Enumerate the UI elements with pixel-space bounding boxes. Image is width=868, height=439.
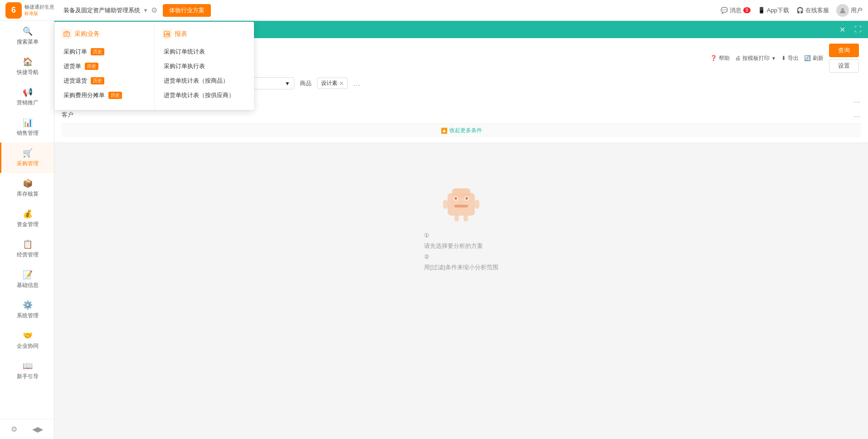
sidebar-item-finance[interactable]: 💰 资金管理	[0, 203, 54, 234]
sidebar: 🔍 搜索菜单 🏠 快捷导航 📢 营销推广 📊 销售管理 🛒 采购管理 📦 库存核…	[0, 21, 54, 439]
dropdown-report-title: 报表	[162, 29, 247, 39]
report-col-icon	[162, 29, 172, 39]
logo-icon: 6	[5, 2, 22, 19]
sidebar-item-cooperation[interactable]: 🤝 企业协同	[0, 325, 54, 355]
empty-state: ① 请先选择要分析的方案 ② 用[过滤]条件来缩小分析范围	[54, 143, 868, 309]
help-icon: ❓	[710, 55, 717, 61]
dropdown-item-purchase-receipt[interactable]: 进货单 历史	[62, 59, 147, 74]
phone-icon: 📱	[758, 7, 765, 14]
sidebar-settings-btn[interactable]: ⚙	[9, 423, 19, 435]
purchase-icon: 🛒	[23, 148, 33, 158]
staff-more-btn[interactable]: …	[853, 96, 861, 104]
dropdown-item-purchase-expense[interactable]: 采购费用分摊单 历史	[62, 88, 147, 103]
svg-rect-9	[475, 200, 479, 209]
operations-icon: 📋	[23, 239, 33, 249]
refresh-icon: 🔄	[804, 55, 811, 61]
sidebar-item-guide[interactable]: 📖 新手引导	[0, 355, 54, 386]
sidebar-collapse-btn[interactable]: ◀▶	[30, 423, 45, 435]
print-btn[interactable]: 🖨 按模板打印 ▼	[735, 54, 776, 62]
export-icon: ⬇	[781, 55, 786, 61]
logo-area: 6 畅捷通好生意 标准版	[5, 2, 60, 19]
logo-text: 畅捷通好生意 标准版	[24, 4, 54, 16]
search-icon: 🔍	[23, 26, 33, 36]
chevron-up-icon: 🔼	[441, 128, 448, 134]
history-badge-0: 历史	[91, 48, 104, 55]
tab-bar-right: ✕ ⛶	[837, 25, 864, 35]
home-icon: 🏠	[23, 57, 33, 67]
query-btns: 查询 设置	[829, 44, 859, 73]
settings-icon[interactable]: ⚙	[151, 6, 157, 15]
history-badge-2: 历史	[91, 77, 104, 84]
sidebar-item-purchase[interactable]: 🛒 采购管理	[0, 143, 54, 173]
dropdown-report-col: 报表 采购订单统计表 采购订单执行表 进货单统计表（按商品） 进货单统计表（按供…	[154, 22, 254, 110]
help-btn[interactable]: ❓ 帮助	[710, 54, 730, 62]
purchase-dropdown-menu: 采购业务 采购订单 历史 进货单 历史 进货退货 历史 采购费用分摊单 历史	[54, 21, 254, 110]
user-btn[interactable]: 用户	[836, 4, 863, 17]
dropdown-item-report-receipt-product[interactable]: 进货单统计表（按商品）	[162, 74, 247, 88]
filter-row-3: 客户 …	[62, 111, 861, 119]
dropdown-item-report-order-stats[interactable]: 采购订单统计表	[162, 44, 247, 59]
basic-info-icon: 📝	[23, 270, 33, 280]
dropdown-purchase-col: 采购业务 采购订单 历史 进货单 历史 进货退货 历史 采购费用分摊单 历史	[54, 22, 154, 110]
svg-rect-8	[443, 200, 448, 209]
svg-rect-12	[64, 32, 69, 36]
sidebar-item-marketing[interactable]: 📢 营销推广	[0, 82, 54, 112]
avatar	[836, 4, 849, 17]
status-dropdown-icon: ▼	[285, 80, 290, 87]
message-icon: 💬	[721, 7, 728, 14]
sidebar-item-quick-nav[interactable]: 🏠 快捷导航	[0, 51, 54, 82]
history-badge-1: 历史	[85, 63, 98, 70]
online-service-btn[interactable]: 🎧 在线客服	[796, 6, 829, 15]
query-btn[interactable]: 查询	[829, 44, 859, 57]
svg-rect-11	[463, 215, 468, 222]
sidebar-item-operations[interactable]: 📋 经营管理	[0, 234, 54, 264]
dropdown-item-purchase-return[interactable]: 进货退货 历史	[62, 74, 147, 88]
svg-rect-10	[454, 215, 459, 222]
system-title: 装备及固定资产辅助管理系统 ▼ ⚙	[63, 6, 157, 15]
svg-point-5	[454, 197, 457, 200]
sidebar-bottom: ⚙ ◀▶	[0, 419, 54, 439]
empty-illustration	[439, 179, 484, 225]
empty-text: ① 请先选择要分析的方案 ② 用[过滤]条件来缩小分析范围	[424, 230, 498, 273]
collapse-bar[interactable]: 🔼 收起更多条件	[62, 123, 861, 137]
app-download-btn[interactable]: 📱 App下载	[758, 6, 789, 15]
sidebar-item-inventory[interactable]: 📦 库存核算	[0, 173, 54, 203]
inventory-icon: 📦	[23, 178, 33, 188]
tab-fullscreen-btn[interactable]: ⛶	[852, 25, 864, 35]
dropdown-item-purchase-order[interactable]: 采购订单 历史	[62, 44, 147, 59]
purchase-col-icon	[62, 29, 72, 39]
tab-close-window-btn[interactable]: ✕	[837, 25, 848, 35]
setting-btn[interactable]: 设置	[829, 59, 859, 73]
export-btn[interactable]: ⬇ 导出	[781, 54, 799, 62]
guide-icon: 📖	[23, 361, 33, 371]
headset-icon: 🎧	[796, 7, 804, 14]
industry-btn[interactable]: 体验行业方案	[163, 4, 211, 17]
dropdown-purchase-title: 采购业务	[62, 29, 147, 39]
sidebar-item-sales[interactable]: 📊 销售管理	[0, 112, 54, 143]
print-dropdown-icon: ▼	[771, 56, 776, 61]
messages-btn[interactable]: 💬 消息 9	[721, 6, 751, 15]
product-tag: 设计素 ✕	[317, 78, 348, 89]
svg-rect-2	[452, 188, 470, 197]
sales-icon: 📊	[23, 118, 33, 128]
topbar: 6 畅捷通好生意 标准版 装备及固定资产辅助管理系统 ▼ ⚙ 体验行业方案 💬 …	[0, 0, 868, 21]
cooperation-icon: 🤝	[23, 330, 33, 340]
topbar-right: 💬 消息 9 📱 App下载 🎧 在线客服 用户	[721, 4, 863, 17]
finance-icon: 💰	[23, 209, 33, 219]
product-tag-close-btn[interactable]: ✕	[339, 80, 344, 87]
sidebar-item-search[interactable]: 🔍 搜索菜单	[0, 21, 54, 51]
system-icon: ⚙️	[23, 300, 33, 310]
history-badge-3: 历史	[108, 92, 122, 99]
svg-point-6	[465, 197, 468, 200]
dropdown-item-report-receipt-supplier[interactable]: 进货单统计表（按供应商）	[162, 88, 247, 103]
marketing-icon: 📢	[23, 87, 33, 97]
print-icon: 🖨	[735, 55, 741, 61]
sidebar-item-system[interactable]: ⚙️ 系统管理	[0, 295, 54, 325]
sidebar-item-basic-info[interactable]: 📝 基础信息	[0, 264, 54, 295]
product-more-btn[interactable]: …	[353, 79, 361, 88]
svg-rect-7	[454, 205, 468, 207]
customer-more-btn[interactable]: …	[853, 111, 861, 119]
dropdown-item-report-order-exec[interactable]: 采购订单执行表	[162, 59, 247, 74]
dropdown-arrow-icon[interactable]: ▼	[143, 7, 148, 14]
refresh-btn[interactable]: 🔄 刷新	[804, 54, 824, 62]
